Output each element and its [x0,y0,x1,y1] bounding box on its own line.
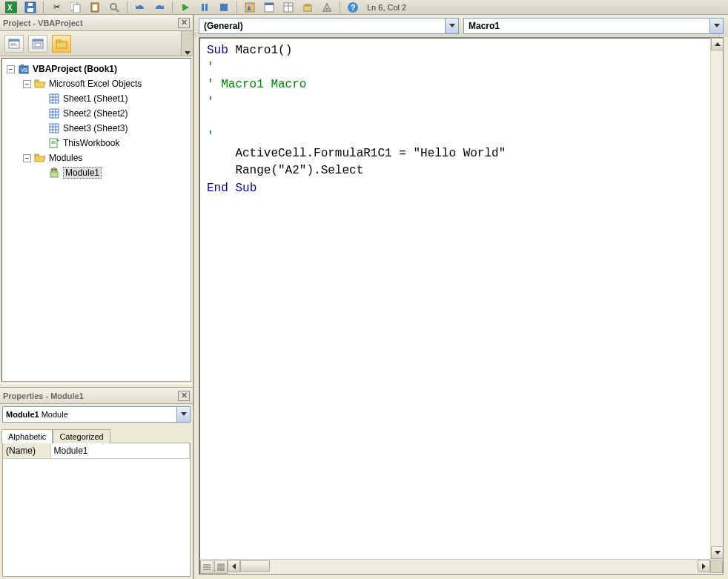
paste-icon[interactable] [87,1,103,14]
object-combo[interactable]: (General) [199,18,459,34]
svg-marker-36 [185,51,191,55]
property-value-cell[interactable]: Module1 [50,443,190,459]
properties-object-dropdown[interactable]: Module1 Module [2,406,191,423]
copy-icon[interactable] [67,1,84,14]
tree-module-label[interactable]: Module1 [63,167,102,179]
svg-marker-66 [181,412,187,416]
separator [172,1,173,13]
stop-icon[interactable] [216,1,232,14]
cut-icon[interactable]: ✂ [48,1,64,14]
svg-line-10 [116,9,119,12]
scroll-left-button[interactable] [228,560,240,572]
tree-sheet-label[interactable]: Sheet2 (Sheet2) [63,108,128,119]
worksheet-icon [48,93,60,105]
view-code-button[interactable] [4,35,24,53]
properties-panel-close-button[interactable]: ✕ [178,391,190,401]
svg-marker-58 [57,139,59,141]
properties-panel-titlebar: Properties - Module1 ✕ [0,388,193,404]
properties-window-icon[interactable] [280,1,297,14]
tree-sheet-label[interactable]: Sheet3 (Sheet3) [63,123,128,133]
svg-text:?: ? [351,3,356,12]
excel-icon[interactable]: X [3,1,19,14]
svg-rect-8 [93,4,97,10]
tree-workbook-label[interactable]: ThisWorkbook [63,138,119,148]
project-toolbar-overflow[interactable] [181,31,193,56]
svg-rect-13 [205,4,208,11]
tree-folder-label[interactable]: Modules [49,153,82,163]
project-tree[interactable]: − VB VBAProject (Book1) − Microsoft Exce… [1,58,191,382]
code-header: (General) Macro1 [194,15,728,37]
svg-point-9 [110,4,116,10]
help-icon[interactable]: ? [345,1,361,14]
worksheet-icon [48,122,60,134]
separator [340,1,340,13]
property-name-cell[interactable]: (Name) [3,443,50,459]
folder-open-icon [34,152,46,164]
svg-rect-47 [50,109,59,118]
scroll-track[interactable] [711,50,723,546]
code-window: Sub Macro1() ' ' Macro1 Macro ' ' Active… [199,37,724,575]
procedure-combo[interactable]: Macro1 [463,18,724,34]
project-explorer-icon[interactable] [261,1,277,14]
dropdown-arrow-icon[interactable] [176,407,190,422]
svg-rect-38 [21,64,24,67]
tab-categorized[interactable]: Categorized [53,429,110,443]
code-editor[interactable]: Sub Macro1() ' ' Macro1 Macro ' ' Active… [199,38,710,559]
svg-rect-41 [35,80,39,82]
svg-rect-6 [73,4,80,13]
svg-rect-32 [33,39,43,42]
separator [127,1,128,13]
svg-rect-35 [56,40,61,42]
dropdown-arrow-icon[interactable] [445,19,458,33]
object-browser-icon[interactable] [300,1,316,14]
project-panel-close-button[interactable]: ✕ [178,18,190,28]
view-object-button[interactable] [28,35,47,53]
right-column: (General) Macro1 Sub Macro1() ' ' Macro1… [194,15,728,579]
horizontal-scrollbar[interactable] [228,560,710,574]
scroll-thumb[interactable] [240,560,270,572]
redo-icon[interactable] [151,1,168,14]
undo-icon[interactable] [132,1,148,14]
find-icon[interactable] [106,1,122,14]
tree-sheet-label[interactable]: Sheet1 (Sheet1) [63,93,128,104]
expander-icon[interactable]: − [23,80,31,88]
svg-marker-69 [715,42,721,46]
project-panel-titlebar: Project - VBAProject ✕ [0,15,193,31]
vertical-scrollbar[interactable] [710,38,723,559]
procedure-view-button[interactable] [200,560,214,574]
worksheet-icon [48,107,60,119]
pause-icon[interactable] [196,1,213,14]
tab-alphabetic[interactable]: Alphabetic [1,429,53,443]
scroll-down-button[interactable] [711,546,723,559]
scroll-track[interactable] [240,560,698,574]
dropdown-arrow-icon[interactable] [709,19,723,33]
tree-folder-label[interactable]: Microsoft Excel Objects [49,79,142,89]
svg-rect-52 [50,124,59,133]
scroll-up-button[interactable] [711,38,723,50]
properties-grid[interactable]: (Name) Module1 [2,443,191,577]
svg-rect-63 [50,172,58,177]
svg-rect-4 [28,3,33,6]
scroll-right-button[interactable] [698,560,710,572]
svg-rect-62 [35,154,39,156]
main-toolbar: X ✂ ? Ln 6, Col 2 [0,0,728,15]
expander-icon[interactable]: − [7,65,15,73]
cursor-position-text: Ln 6, Col 2 [367,3,406,12]
toolbox-icon[interactable] [319,1,335,14]
svg-point-24 [326,7,328,10]
svg-marker-11 [182,4,189,11]
expander-icon[interactable]: − [23,154,31,162]
full-module-view-button[interactable] [214,560,228,574]
save-icon[interactable] [22,1,39,14]
properties-panel-body: Module1 Module Alphabetic Categorized (N… [0,404,193,579]
svg-rect-12 [202,4,204,11]
toggle-folders-button[interactable] [52,35,71,53]
design-mode-icon[interactable] [242,1,258,14]
resize-grip[interactable] [710,560,723,573]
run-icon[interactable] [177,1,193,14]
folder-open-icon [34,78,46,90]
svg-point-64 [52,169,54,171]
svg-rect-18 [265,3,274,5]
tree-root-label[interactable]: VBAProject (Book1) [33,64,117,74]
svg-rect-14 [220,4,228,11]
